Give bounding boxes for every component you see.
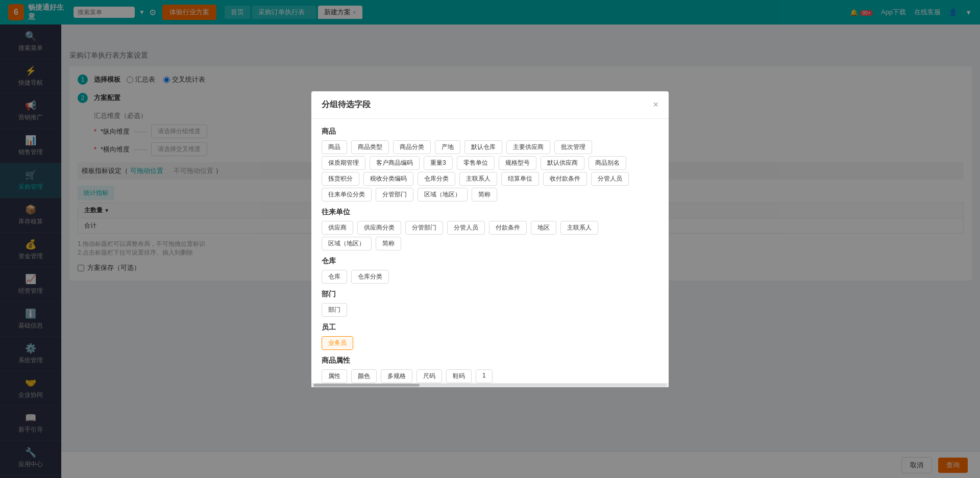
modal-horizontal-scrollbar[interactable] (311, 383, 669, 387)
field-tag[interactable]: 商品别名 (589, 156, 626, 170)
field-tag[interactable]: 部门 (322, 303, 347, 317)
field-tag[interactable]: 产地 (435, 140, 460, 154)
attr-fields: 属性 颜色 多规格 尺码 鞋码 1 (322, 369, 658, 383)
field-tag[interactable]: 区域（地区） (418, 188, 468, 202)
field-tag[interactable]: 颜色 (351, 369, 377, 383)
field-tag[interactable]: 拣货积分 (322, 172, 359, 186)
field-tag[interactable]: 简称 (376, 237, 401, 250)
goods-fields-2: 保质期管理 客户商品编码 重量3 零售单位 规格型号 默认供应商 商品别名 (322, 156, 658, 170)
field-tag[interactable]: 仓库分类 (418, 172, 455, 186)
field-tag[interactable]: 供应商分类 (357, 221, 401, 235)
field-tag[interactable]: 结算单位 (501, 172, 539, 186)
field-tag[interactable]: 供应商 (322, 221, 353, 235)
field-tag[interactable]: 属性 (322, 369, 347, 383)
field-tag[interactable]: 商品类型 (351, 140, 389, 154)
group-title-attr: 商品属性 (322, 356, 658, 365)
field-tag-employee[interactable]: 业务员 (322, 336, 353, 350)
field-tag[interactable]: 默认供应商 (541, 156, 584, 170)
group-title-warehouse: 仓库 (322, 257, 658, 266)
field-tag[interactable]: 鞋码 (446, 369, 472, 383)
modal-body[interactable]: 商品 商品 商品类型 商品分类 产地 默认仓库 主要供应商 批次管理 保质期管理… (311, 119, 669, 384)
field-tag[interactable]: 客户商品编码 (370, 156, 420, 170)
field-tag[interactable]: 批次管理 (554, 140, 592, 154)
partner-fields-2: 区域（地区） 简称 (322, 237, 658, 250)
modal-dialog: 分组待选字段 × 商品 商品 商品类型 商品分类 产地 默认仓库 主要供应商 批… (311, 91, 669, 387)
modal-title: 分组待选字段 (322, 99, 371, 110)
field-tag[interactable]: 多规格 (381, 369, 412, 383)
field-tag[interactable]: 税收分类编码 (363, 172, 413, 186)
field-tag[interactable]: 分管部门 (376, 188, 413, 202)
field-tag[interactable]: 保质期管理 (322, 156, 365, 170)
field-tag[interactable]: 付款条件 (489, 221, 527, 235)
field-tag[interactable]: 仓库 (322, 270, 347, 284)
field-tag[interactable]: 零售单位 (457, 156, 495, 170)
field-tag[interactable]: 商品 (322, 140, 347, 154)
partner-fields: 供应商 供应商分类 分管部门 分管人员 付款条件 地区 主联系人 (322, 221, 658, 235)
field-tag[interactable]: 简称 (472, 188, 497, 202)
employee-fields: 业务员 (322, 336, 658, 350)
group-title-partner: 往来单位 (322, 208, 658, 217)
field-tag[interactable]: 主要供应商 (506, 140, 550, 154)
field-tag[interactable]: 规格型号 (499, 156, 536, 170)
department-fields: 部门 (322, 303, 658, 317)
field-tag[interactable]: 主联系人 (560, 221, 598, 235)
scrollbar-track (313, 384, 667, 387)
group-title-goods: 商品 (322, 127, 658, 136)
goods-fields: 商品 商品类型 商品分类 产地 默认仓库 主要供应商 批次管理 (322, 140, 658, 154)
field-tag[interactable]: 往来单位分类 (322, 188, 372, 202)
field-tag[interactable]: 主联系人 (459, 172, 497, 186)
field-tag[interactable]: 地区 (531, 221, 556, 235)
modal-overlay: 分组待选字段 × 商品 商品 商品类型 商品分类 产地 默认仓库 主要供应商 批… (0, 0, 980, 478)
modal-close-btn[interactable]: × (653, 99, 658, 110)
field-tag[interactable]: 分管部门 (405, 221, 443, 235)
goods-fields-3: 拣货积分 税收分类编码 仓库分类 主联系人 结算单位 收付款条件 分管人员 (322, 172, 658, 186)
field-tag[interactable]: 重量3 (424, 156, 453, 170)
field-tag[interactable]: 仓库分类 (351, 270, 389, 284)
goods-fields-4: 往来单位分类 分管部门 区域（地区） 简称 (322, 188, 658, 202)
modal-header: 分组待选字段 × (311, 91, 669, 119)
field-tag[interactable]: 1 (476, 369, 493, 383)
group-title-employee: 员工 (322, 323, 658, 332)
field-tag[interactable]: 分管人员 (447, 221, 485, 235)
scrollbar-thumb (313, 384, 420, 387)
warehouse-fields: 仓库 仓库分类 (322, 270, 658, 284)
field-tag[interactable]: 收付款条件 (543, 172, 587, 186)
field-tag[interactable]: 尺码 (416, 369, 442, 383)
group-title-department: 部门 (322, 290, 658, 299)
field-tag[interactable]: 默认仓库 (464, 140, 502, 154)
field-tag[interactable]: 分管人员 (591, 172, 629, 186)
field-tag[interactable]: 区域（地区） (322, 237, 372, 250)
field-tag[interactable]: 商品分类 (393, 140, 431, 154)
